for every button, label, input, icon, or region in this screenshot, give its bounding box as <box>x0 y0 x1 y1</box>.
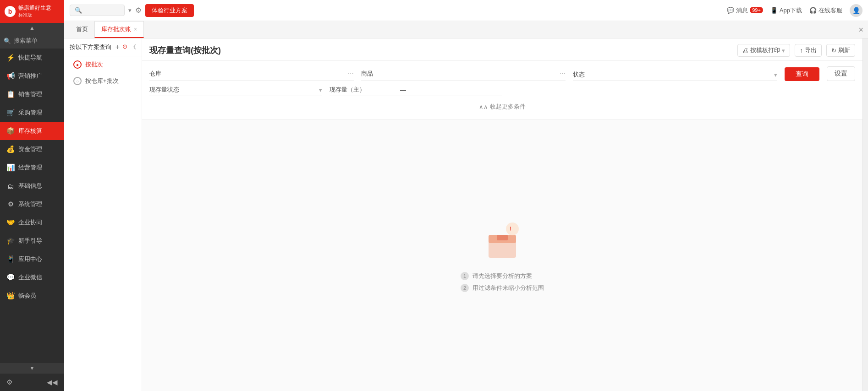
enterprise-icon: 🤝 <box>6 218 15 227</box>
product-input[interactable] <box>377 68 560 79</box>
system-icon: ⚙ <box>6 200 15 208</box>
sidebar-collapse-icon[interactable]: ◀◀ <box>47 378 58 386</box>
scheme-settings-icon[interactable]: ⊙ <box>122 43 127 51</box>
wechat-icon: 💬 <box>6 273 15 282</box>
tab-batch[interactable]: 库存批次账 × <box>94 21 144 38</box>
sidebar-item-newguide[interactable]: 🎓 新手引导 <box>0 232 64 250</box>
scheme-item-warehouse-batch[interactable]: ○ 按仓库+批次 <box>64 73 142 89</box>
add-scheme-btn[interactable]: + <box>115 43 120 51</box>
member-icon: 👑 <box>6 292 15 300</box>
sidebar-footer: ⚙ ◀◀ <box>0 373 64 391</box>
sidebar-item-marketing[interactable]: 📢 营销推广 <box>0 67 64 85</box>
sidebar: b 畅康通好生意 标准版 ▲ 🔍 搜索菜单 ⚡ 快捷导航 📢 营销推广 📋 销售… <box>0 0 64 391</box>
sidebar-item-member[interactable]: 👑 畅会员 <box>0 287 64 305</box>
product-label: 商品 <box>361 70 373 78</box>
chevron-up-icon: ∧∧ <box>479 103 488 110</box>
user-avatar[interactable]: 👤 <box>850 4 863 17</box>
refresh-icon: ↻ <box>831 47 836 54</box>
search-menu-item[interactable]: 🔍 搜索菜单 <box>0 33 64 49</box>
marketing-icon: 📢 <box>6 72 15 80</box>
tab-close-btn[interactable]: × <box>134 26 137 33</box>
warehouse-input[interactable] <box>165 68 348 79</box>
page-title-bar: 现存量查询(按批次) 🖨 按模板打印 ▾ ↑ 导出 ↻ 刷新 <box>142 38 863 61</box>
search-box-icon: 🔍 <box>75 7 82 14</box>
search-icon: 🔍 <box>4 38 11 44</box>
scheme-active-icon: ● <box>73 60 82 69</box>
collapse-filter-btn[interactable]: ∧∧ 收起更多条件 <box>149 100 855 114</box>
topbar: 🔍 ▾ ⚙ 体验行业方案 💬 消息 99+ 📱 App下载 🎧 在线客服 👤 <box>64 0 868 21</box>
quicknav-icon: ⚡ <box>6 54 15 62</box>
stock-status-label: 现存量状态 <box>149 86 179 94</box>
topbar-settings-icon[interactable]: ⚙ <box>135 6 142 15</box>
message-badge: 99+ <box>750 7 763 13</box>
sidebar-item-finance[interactable]: 💰 资金管理 <box>0 140 64 158</box>
sidebar-item-quicknav[interactable]: ⚡ 快捷导航 <box>0 49 64 67</box>
app-download-item[interactable]: 📱 App下载 <box>770 6 802 15</box>
footer-settings-icon[interactable]: ⚙ <box>6 378 12 386</box>
print-btn[interactable]: 🖨 按模板打印 ▾ <box>737 44 790 57</box>
status-dropdown-icon[interactable]: ▾ <box>774 71 777 78</box>
app-download-icon: 📱 <box>770 7 778 14</box>
stock-qty-from-input[interactable] <box>369 87 396 93</box>
sidebar-item-appcenter[interactable]: 📱 应用中心 <box>0 250 64 268</box>
svg-text:!: ! <box>510 225 511 233</box>
right-panel: 现存量查询(按批次) 🖨 按模板打印 ▾ ↑ 导出 ↻ 刷新 <box>142 38 863 391</box>
finance-icon: 💰 <box>6 145 15 153</box>
product-filter-col: 商品 ··· <box>361 68 566 81</box>
search-box[interactable]: 🔍 <box>70 5 125 16</box>
warehouse-filter-col: 仓库 ··· <box>149 68 354 81</box>
purchase-icon: 🛒 <box>6 109 15 117</box>
tab-bar-close-btn[interactable]: × <box>858 25 863 34</box>
newguide-icon: 🎓 <box>6 237 15 245</box>
sidebar-nav: ⚡ 快捷导航 📢 营销推广 📋 销售管理 🛒 采购管理 📦 库存核算 💰 资金管… <box>0 49 64 363</box>
sidebar-item-inventory[interactable]: 📦 库存核算 <box>0 122 64 140</box>
scheme-inactive-icon: ○ <box>73 77 82 85</box>
filter-settings-btn[interactable]: 设置 <box>827 66 855 81</box>
svg-rect-2 <box>497 235 508 240</box>
empty-state: ! 1 请先选择要分析的方案 2 用过滤条件来缩小分析范围 <box>142 119 863 391</box>
export-btn[interactable]: ↑ 导出 <box>795 44 822 57</box>
status-label: 状态 <box>573 71 585 79</box>
collapse-panel-icon[interactable]: 《 <box>130 43 136 51</box>
message-item[interactable]: 💬 消息 99+ <box>727 6 763 15</box>
status-filter-col: 状态 ▾ <box>573 71 777 81</box>
online-service-item[interactable]: 🎧 在线客服 <box>809 6 842 15</box>
filter-area: 仓库 ··· 商品 ··· 状态 <box>142 61 863 119</box>
sidebar-item-operations[interactable]: 📊 经营管理 <box>0 158 64 177</box>
app-logo: b <box>5 6 16 17</box>
sidebar-scroll-down[interactable]: ▼ <box>0 363 64 373</box>
main-area: 🔍 ▾ ⚙ 体验行业方案 💬 消息 99+ 📱 App下载 🎧 在线客服 👤 <box>64 0 868 391</box>
sidebar-scroll-up[interactable]: ▲ <box>0 23 64 33</box>
sidebar-item-sales[interactable]: 📋 销售管理 <box>0 85 64 103</box>
headphone-icon: 🎧 <box>809 7 817 14</box>
product-more-icon[interactable]: ··· <box>560 70 566 78</box>
refresh-btn[interactable]: ↻ 刷新 <box>826 44 855 57</box>
stock-status-dropdown-icon[interactable]: ▾ <box>319 87 322 93</box>
warehouse-label: 仓库 <box>149 70 161 78</box>
printer-icon: 🖨 <box>742 47 748 54</box>
topbar-chevron-icon[interactable]: ▾ <box>128 7 132 14</box>
sidebar-item-system[interactable]: ⚙ 系统管理 <box>0 195 64 213</box>
left-panel-title: 按以下方案查询 <box>70 43 111 51</box>
hint-item-2: 2 用过滤条件来缩小分析范围 <box>461 284 544 292</box>
query-btn[interactable]: 查询 <box>785 67 819 81</box>
company-name: 畅康通好生意 <box>18 5 51 12</box>
print-chevron-icon: ▾ <box>782 47 785 54</box>
experience-btn[interactable]: 体验行业方案 <box>145 4 194 17</box>
message-icon: 💬 <box>727 7 734 14</box>
sidebar-item-wechat[interactable]: 💬 企业微信 <box>0 268 64 287</box>
sales-icon: 📋 <box>6 90 15 98</box>
stock-qty-to-input[interactable] <box>410 87 437 93</box>
tab-home[interactable]: 首页 <box>70 22 94 38</box>
scheme-item-batch[interactable]: ● 按批次 <box>64 56 142 73</box>
export-icon: ↑ <box>800 47 803 54</box>
avatar-icon: 👤 <box>852 7 860 14</box>
sidebar-item-base[interactable]: 🗂 基础信息 <box>0 177 64 195</box>
warehouse-more-icon[interactable]: ··· <box>348 70 354 78</box>
sidebar-item-enterprise[interactable]: 🤝 企业协同 <box>0 213 64 232</box>
sidebar-item-purchase[interactable]: 🛒 采购管理 <box>0 103 64 122</box>
empty-illustration: ! <box>479 219 525 265</box>
page-title: 现存量查询(按批次) <box>149 45 221 56</box>
sidebar-header: b 畅康通好生意 标准版 <box>0 0 64 23</box>
right-scrollbar <box>863 38 868 391</box>
